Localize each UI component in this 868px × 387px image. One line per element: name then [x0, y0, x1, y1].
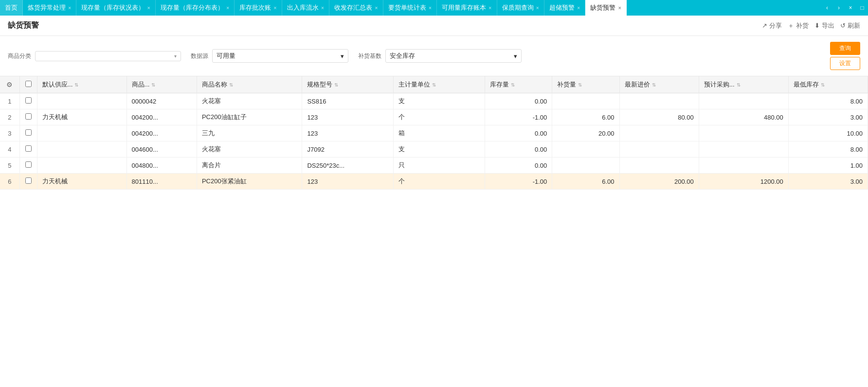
cell-supplier — [37, 158, 127, 174]
th-est_purchase[interactable]: 预计采购...⇅ — [699, 76, 788, 93]
row-checkbox[interactable] — [25, 145, 32, 152]
tab-close-overstock-warning[interactable]: × — [577, 5, 580, 11]
cell-check — [19, 158, 37, 174]
tab-batch-account[interactable]: 库存批次账× — [235, 0, 282, 16]
th-supplier[interactable]: 默认供应...⇅ — [37, 76, 127, 93]
tab-close-requisition-stat[interactable]: × — [429, 5, 432, 11]
cell-spec: SS816 — [302, 93, 393, 109]
tab-receive-summary[interactable]: 收发存汇总表× — [329, 0, 383, 16]
main-content: 缺货预警 ↗ 分享 ＋ 补货 ⬇ 导出 ↺ 刷新 商品分类 — [0, 16, 868, 387]
tab-close-batch-account[interactable]: × — [273, 5, 276, 11]
table-row: 2力天机械004200...PC200油缸缸子123个-1.006.0080.0… — [0, 109, 868, 125]
tab-close-inventory-status[interactable]: × — [147, 5, 150, 11]
sort-icon-supplier: ⇅ — [74, 82, 78, 88]
cell-num: 3 — [0, 125, 19, 141]
cell-num: 4 — [0, 141, 19, 158]
th-latest_price[interactable]: 最新进价⇅ — [619, 76, 699, 93]
cell-latest-price — [619, 158, 699, 174]
tab-next-button[interactable]: › — [833, 0, 845, 16]
gear-icon[interactable]: ⚙ — [5, 81, 15, 88]
cell-code: 801110... — [127, 174, 197, 190]
tab-home[interactable]: 首页 — [0, 0, 23, 16]
tab-close-stockout-warning[interactable]: × — [618, 5, 621, 11]
cell-est-purchase: 480.00 — [699, 109, 788, 125]
sort-icon-min_stock: ⇅ — [821, 82, 825, 88]
cell-spec: J7092 — [302, 141, 393, 158]
cell-est-purchase — [699, 158, 788, 174]
th-code[interactable]: 商品...⇅ — [127, 76, 197, 93]
tab-expiry-query[interactable]: 保质期查询× — [497, 0, 544, 16]
th-name[interactable]: 商品名称⇅ — [197, 76, 302, 93]
tab-stockout-warning[interactable]: 缺货预警× — [585, 0, 626, 16]
th-label-est_purchase: 预计采购... — [704, 80, 735, 89]
tab-inout-flow[interactable]: 出入库流水× — [282, 0, 329, 16]
tab-inventory-status[interactable]: 现存量（库存状况表）× — [76, 0, 155, 16]
th-check — [19, 76, 37, 93]
cell-check — [19, 93, 37, 109]
cell-stock: 0.00 — [485, 93, 552, 109]
refresh-button[interactable]: ↺ 刷新 — [840, 21, 860, 30]
datasource-filter-group: 数据源 可用量 ▾ — [191, 49, 348, 63]
select-all-checkbox[interactable] — [25, 81, 32, 87]
tab-maximize-button[interactable]: □ — [856, 0, 868, 16]
tab-prev-button[interactable]: ‹ — [821, 0, 833, 16]
tab-overstock-warning[interactable]: 超储预警× — [544, 0, 585, 16]
sort-icon-replenish: ⇅ — [578, 82, 582, 88]
tab-close-receive-summary[interactable]: × — [375, 5, 378, 11]
row-checkbox[interactable] — [25, 113, 32, 120]
export-icon: ⬇ — [814, 22, 820, 29]
cell-replenish: 6.00 — [552, 109, 619, 125]
tab-close-expiry-query[interactable]: × — [536, 5, 539, 11]
replenish-button[interactable]: ＋ 补货 — [788, 21, 809, 30]
base-select[interactable]: 安全库存 ▾ — [385, 49, 522, 63]
cell-check — [19, 174, 37, 190]
tab-close-abnormal[interactable]: × — [68, 5, 71, 11]
table-container: ⚙默认供应...⇅商品...⇅商品名称⇅规格型号⇅主计量单位⇅库存量⇅补货量⇅最… — [0, 76, 868, 190]
tab-requisition-stat[interactable]: 要货单统计表× — [383, 0, 437, 16]
cell-check — [19, 125, 37, 141]
tab-available-ledger[interactable]: 可用量库存账本× — [437, 0, 497, 16]
cell-num: 1 — [0, 93, 19, 109]
share-button[interactable]: ↗ 分享 — [762, 21, 782, 30]
cell-num: 2 — [0, 109, 19, 125]
cell-min-stock: 3.00 — [788, 174, 868, 190]
cell-unit: 箱 — [393, 125, 485, 141]
share-icon: ↗ — [762, 22, 767, 29]
th-stock[interactable]: 库存量⇅ — [485, 76, 552, 93]
tab-label-stockout-warning: 缺货预警 — [590, 3, 615, 12]
cell-name: 三九 — [197, 125, 302, 141]
th-spec[interactable]: 规格型号⇅ — [302, 76, 393, 93]
th-replenish[interactable]: 补货量⇅ — [552, 76, 619, 93]
category-arrow-icon: ▾ — [174, 53, 177, 59]
cell-name: PC200油缸缸子 — [197, 109, 302, 125]
cell-name: 火花塞 — [197, 93, 302, 109]
th-unit[interactable]: 主计量单位⇅ — [393, 76, 485, 93]
query-button[interactable]: 查询 — [830, 42, 860, 55]
cell-code: 0000042 — [127, 93, 197, 109]
tab-close-inventory-dist[interactable]: × — [226, 5, 229, 11]
sort-icon-stock: ⇅ — [511, 82, 515, 88]
cell-replenish — [552, 93, 619, 109]
category-select[interactable]: ▾ — [35, 51, 181, 61]
cell-spec: 123 — [302, 109, 393, 125]
tab-close-all-button[interactable]: × — [845, 0, 856, 16]
row-checkbox[interactable] — [25, 161, 32, 168]
datasource-select[interactable]: 可用量 ▾ — [212, 49, 348, 63]
settings-button[interactable]: 设置 — [830, 57, 860, 70]
row-checkbox[interactable] — [25, 97, 32, 104]
row-checkbox[interactable] — [25, 129, 32, 136]
tab-close-inout-flow[interactable]: × — [321, 5, 324, 11]
export-button[interactable]: ⬇ 导出 — [814, 21, 834, 30]
cell-unit: 支 — [393, 93, 485, 109]
th-label-min_stock: 最低库存 — [794, 80, 819, 89]
cell-est-purchase — [699, 125, 788, 141]
cell-latest-price — [619, 93, 699, 109]
base-filter-group: 补货基数 安全库存 ▾ — [358, 49, 522, 63]
tab-abnormal[interactable]: 炼货异常处理× — [23, 0, 76, 16]
tab-close-available-ledger[interactable]: × — [488, 5, 491, 11]
th-min_stock[interactable]: 最低库存⇅ — [788, 76, 868, 93]
tab-inventory-dist[interactable]: 现存量（库存分布表）× — [156, 0, 235, 16]
sort-icon-unit: ⇅ — [432, 82, 436, 88]
row-checkbox[interactable] — [25, 177, 32, 184]
tab-label-available-ledger: 可用量库存账本 — [442, 3, 486, 12]
